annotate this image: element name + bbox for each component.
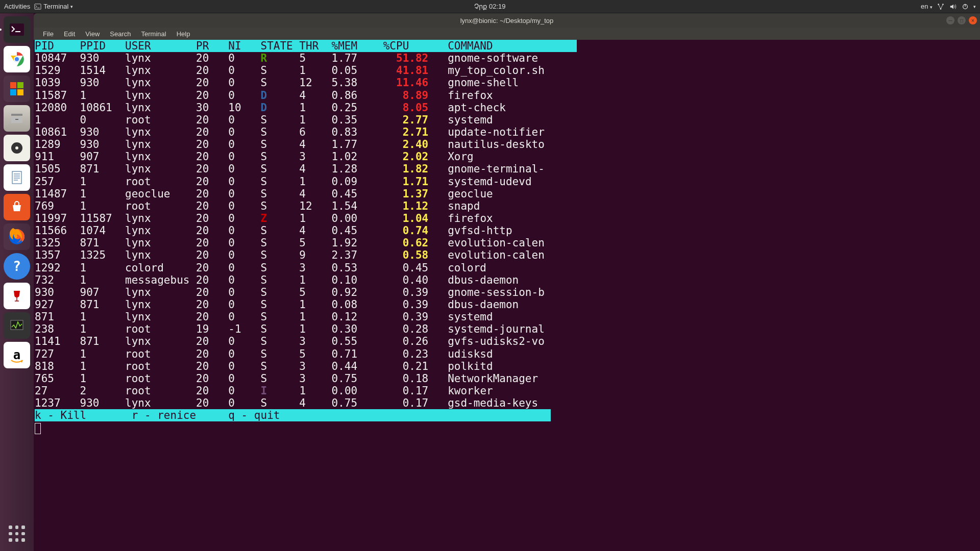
process-row: 11587 1 lynx 20 0 D 4 0.86 8.89 firefox [35, 89, 493, 102]
chevron-down-icon[interactable]: ▾ [973, 4, 976, 9]
dock: ? a Amazon [0, 13, 34, 551]
process-row: 1289 930 lynx 20 0 S 4 1.77 2.40 nautilu… [35, 138, 545, 151]
menu-help[interactable]: Help [173, 29, 194, 39]
process-row: 765 1 root 20 0 S 3 0.75 0.18 NetworkMan… [35, 372, 538, 385]
process-row: 257 1 root 20 0 S 1 0.09 1.71 systemd-ud… [35, 176, 532, 188]
clock[interactable]: Չրք 02:19 [474, 3, 505, 10]
svg-rect-0 [35, 4, 41, 9]
svg-rect-16 [15, 119, 18, 120]
svg-rect-13 [17, 89, 23, 95]
chevron-down-icon: ▾ [70, 4, 73, 9]
process-row: 11997 11587 lynx 20 0 Z 1 0.00 1.04 fire… [35, 212, 493, 224]
gnome-topbar: Activities Terminal ▾ Չրք 02:19 en ▾ ▾ [0, 0, 980, 13]
menubar: File Edit View Search Terminal Help [34, 28, 980, 40]
process-row: 1292 1 colord 20 0 S 3 0.53 0.45 colord [35, 262, 486, 274]
process-row: 27 2 root 20 0 I 1 0.00 0.17 kworker [35, 385, 493, 397]
process-row: 1357 1325 lynx 20 0 S 9 2.37 0.58 evolut… [35, 249, 545, 261]
volume-icon[interactable] [949, 3, 957, 11]
keyboard-layout-indicator[interactable]: en ▾ [921, 3, 933, 10]
process-row: 10847 930 lynx 20 0 R 5 1.77 51.82 gnome… [35, 52, 538, 64]
dock-software[interactable] [4, 194, 30, 220]
dock-rhythmbox[interactable] [4, 135, 30, 161]
show-applications-button[interactable] [4, 520, 30, 547]
process-row: 732 1 messagebus 20 0 S 1 0.10 0.40 dbus… [35, 274, 519, 286]
dock-firefox[interactable] [4, 223, 30, 250]
dock-windows[interactable] [4, 76, 30, 102]
menu-terminal[interactable]: Terminal [137, 29, 170, 39]
process-row: 871 1 lynx 20 0 S 1 0.12 0.39 systemd [35, 311, 493, 323]
dock-amazon[interactable]: a Amazon [4, 342, 30, 368]
svg-rect-6 [10, 23, 24, 36]
process-row: 769 1 root 20 0 S 12 1.54 1.12 snapd [35, 200, 480, 212]
dock-system-monitor[interactable] [4, 312, 30, 339]
terminal-output[interactable]: PID PPID USER PR NI STATE THR %MEM %CPU … [34, 40, 980, 551]
process-row: 911 907 lynx 20 0 S 3 1.02 2.02 Xorg [35, 151, 474, 163]
process-row: 1141 871 lynx 20 0 S 3 0.55 0.26 gvfs-ud… [35, 335, 545, 347]
cursor [35, 423, 41, 434]
svg-rect-14 [11, 114, 22, 116]
menu-search[interactable]: Search [106, 29, 135, 39]
process-row: 12080 10861 lynx 30 10 D 1 0.25 8.05 apt… [35, 102, 506, 114]
window-title: lynx@bionic: ~/Desktop/my_top [460, 17, 554, 24]
window-titlebar[interactable]: lynx@bionic: ~/Desktop/my_top ─ □ × [34, 13, 980, 28]
process-row: 1505 871 lynx 20 0 S 4 1.28 1.82 gnome-t… [35, 163, 545, 175]
svg-rect-11 [17, 82, 23, 88]
svg-rect-12 [10, 89, 16, 95]
maximize-button[interactable]: □ [958, 16, 966, 24]
table-header: PID PPID USER PR NI STATE THR %MEM %CPU … [35, 40, 577, 52]
process-row: 930 907 lynx 20 0 S 5 0.92 0.39 gnome-se… [35, 286, 545, 298]
dock-wine[interactable] [4, 283, 30, 309]
process-row: 11566 1074 lynx 20 0 S 4 0.45 0.74 gvfsd… [35, 224, 512, 237]
dock-writer[interactable] [4, 164, 30, 191]
menu-view[interactable]: View [81, 29, 104, 39]
process-row: 818 1 root 20 0 S 3 0.44 0.21 polkitd [35, 360, 493, 372]
dock-chrome[interactable] [4, 46, 30, 72]
activities-button[interactable]: Activities [4, 3, 30, 10]
power-icon[interactable] [961, 3, 969, 11]
process-row: 1529 1514 lynx 20 0 S 1 0.05 41.81 my_to… [35, 64, 545, 77]
terminal-icon [34, 3, 41, 10]
network-icon[interactable] [937, 3, 945, 11]
dock-files[interactable] [4, 105, 30, 132]
svg-point-9 [14, 57, 19, 62]
svg-rect-19 [12, 171, 21, 184]
dock-help[interactable]: ? [4, 253, 30, 280]
svg-rect-10 [10, 82, 16, 88]
footer-help: k - Kill r - renice q - quit [35, 409, 551, 421]
dock-terminal[interactable] [4, 16, 30, 43]
process-row: 1325 871 lynx 20 0 S 5 1.92 0.62 evoluti… [35, 237, 545, 249]
svg-point-18 [15, 146, 18, 149]
process-row: 10861 930 lynx 20 0 S 6 0.83 2.71 update… [35, 126, 545, 138]
process-row: 238 1 root 19 -1 S 1 0.30 0.28 systemd-j… [35, 323, 545, 335]
process-row: 727 1 root 20 0 S 5 0.71 0.23 udisksd [35, 348, 493, 360]
menu-edit[interactable]: Edit [60, 29, 79, 39]
minimize-button[interactable]: ─ [946, 16, 954, 24]
app-menu[interactable]: Terminal ▾ [34, 3, 73, 10]
process-row: 11487 1 geoclue 20 0 S 4 0.45 1.37 geocl… [35, 188, 493, 200]
process-row: 1039 930 lynx 20 0 S 12 5.38 11.46 gnome… [35, 77, 519, 89]
menu-file[interactable]: File [39, 29, 58, 39]
process-row: 927 871 lynx 20 0 S 1 0.08 0.39 dbus-dae… [35, 298, 519, 311]
process-row: 1237 930 lynx 20 0 S 4 0.75 0.17 gsd-med… [35, 397, 538, 409]
close-button[interactable]: × [969, 16, 977, 24]
terminal-window: lynx@bionic: ~/Desktop/my_top ─ □ × File… [34, 13, 980, 551]
process-row: 1 0 root 20 0 S 1 0.35 2.77 systemd [35, 114, 493, 126]
